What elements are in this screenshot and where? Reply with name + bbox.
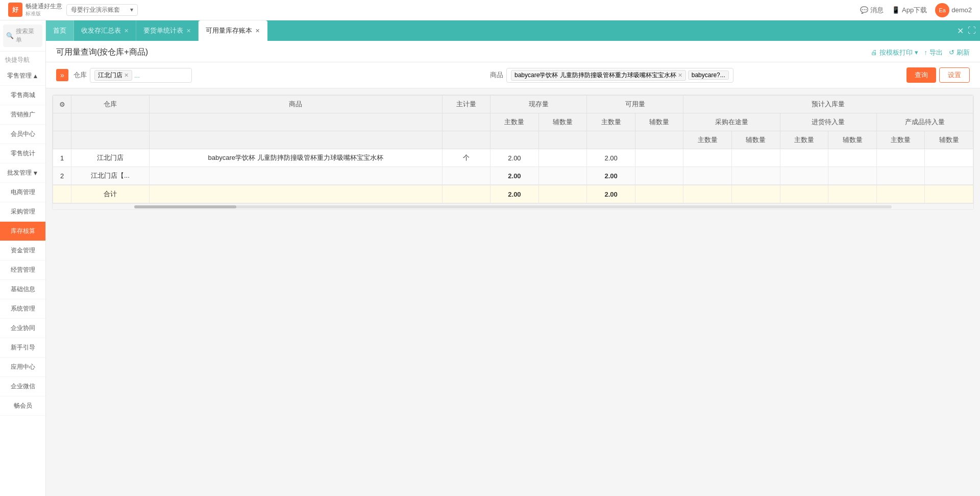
warehouse-filter-input[interactable]: 江北门店 ✕ ... [90,68,192,83]
footer-label: 合计 [71,185,150,203]
search-menu-btn[interactable]: 🔍 搜索菜单 [3,25,42,47]
close-all-tabs-icon[interactable]: ✕ [957,26,964,36]
print-icon: 🖨 [871,49,877,56]
col-unit-header: 主计量 [442,96,491,113]
footer-unit [442,185,491,203]
col-purchase-transit-aux-header: 辅数量 [732,131,780,149]
close-order-stats-tab-icon[interactable]: ✕ [186,28,191,34]
refresh-label: 刷新 [957,48,970,57]
export-label: 导出 [929,48,943,57]
product-filter-input[interactable]: babycare学饮杯 儿童防摔防撞吸管杯重力球吸嘴杯宝宝水杯 ✕ babyca… [506,68,733,83]
inventory-label: 库存核算 [11,227,35,234]
close-available-inventory-tab-icon[interactable]: ✕ [255,28,260,34]
expand-tabs-icon[interactable]: ⛶ [968,26,976,35]
col-incoming-aux-header: 辅数量 [828,131,877,149]
col-stock-main-header: 主数量 [491,113,539,131]
scrollbar-thumb[interactable] [134,205,236,208]
tab-bar-actions: ✕ ⛶ [957,26,980,36]
close-summary-tab-icon[interactable]: ✕ [124,28,129,34]
logo-sub: 标准版 [26,10,62,17]
content-area: 首页 收发存汇总表 ✕ 要货单统计表 ✕ 可用量库存账本 ✕ ✕ ⛶ [46,20,980,496]
col-warehouse-sub [71,113,150,131]
sidebar-item-retail-mgmt[interactable]: 零售管理 ▲ [0,66,45,86]
col-stock-main-sub [491,131,539,149]
sidebar-item-wholesale-mgmt[interactable]: 批发管理 ▼ [0,163,45,183]
tab-available-inventory[interactable]: 可用量库存账本 ✕ [199,20,267,41]
download-btn[interactable]: 📱 App下载 [892,6,927,15]
row2-product [149,167,442,185]
row2-stock-aux [538,167,587,185]
message-label: 消息 [870,6,884,15]
sidebar-item-system-mgmt[interactable]: 系统管理 [0,299,45,319]
row1-production-main [876,149,925,167]
finance-label: 资金管理 [11,247,35,254]
col-purchase-transit-main-header: 主数量 [683,131,732,149]
footer-empty [53,185,71,203]
warehouse-tag-close-icon[interactable]: ✕ [124,72,129,79]
sidebar-item-enterprise[interactable]: 企业协同 [0,319,45,338]
user-btn[interactable]: Ea demo2 [935,3,972,17]
sidebar-item-purchase-mgmt[interactable]: 采购管理 [0,202,45,222]
summary-tab-label: 收发存汇总表 [81,26,121,35]
row1-available-main: 2.00 [587,149,635,167]
setting-btn[interactable]: 设置 [939,67,970,83]
sidebar-item-basic-info[interactable]: 基础信息 [0,280,45,299]
query-btn[interactable]: 查询 [906,67,936,83]
template-selector[interactable]: 母婴行业演示账套 ▾ [66,4,138,16]
row2-available-aux [635,167,683,185]
filter-bar: » 仓库 江北门店 ✕ ... 商品 [46,62,980,88]
sidebar-item-enterprise-wechat[interactable]: 企业微信 [0,377,45,396]
scrollbar-track [134,205,892,208]
enterprise-label: 企业协同 [11,324,35,332]
sidebar-item-inventory[interactable]: 库存核算 [0,222,45,241]
sidebar-item-new-guide[interactable]: 新手引导 [0,338,45,358]
sidebar-item-ecommerce[interactable]: 电商管理 [0,183,45,202]
row2-unit [442,167,491,185]
warehouse-filter-dots[interactable]: ... [134,72,140,79]
retail-mall-label: 零售商城 [11,91,35,99]
avatar: Ea [935,3,949,17]
tab-home[interactable]: 首页 [46,20,74,41]
col-settings-header[interactable]: ⚙ [53,96,71,113]
sidebar-item-finance[interactable]: 资金管理 [0,241,45,261]
table-row: 2 江北门店【... 2.00 2.00 [53,167,973,185]
marketing-label: 营销推广 [11,111,35,118]
sidebar-item-members[interactable]: 会员中心 [0,125,45,144]
logo-icon: 好 [8,3,22,17]
page-content: 可用量查询(按仓库+商品) 🖨 按模板打印 ▾ ↑ 导出 ↺ 刷新 [46,41,980,496]
table-scroll-area[interactable]: ⚙ 仓库 商品 主计量 现存量 可用量 预计入库量 [53,95,973,203]
col-purchase-transit-header: 采购在途量 [683,113,780,131]
sidebar-item-retail-stats[interactable]: 零售统计 [0,144,45,163]
row1-index: 1 [53,149,71,167]
home-tab-label: 首页 [53,26,66,35]
col-stock-group-header: 现存量 [491,96,587,113]
username-label: demo2 [951,6,972,14]
footer-stock-aux [538,185,587,203]
horizontal-scrollbar[interactable] [53,203,973,209]
footer-total-row: 合计 2.00 2.00 [53,185,973,203]
message-btn[interactable]: 💬 消息 [860,6,884,15]
sidebar-item-vip[interactable]: 畅会员 [0,396,45,416]
refresh-btn[interactable]: ↺ 刷新 [949,48,970,57]
sidebar-item-retail-mall[interactable]: 零售商城 [0,86,45,105]
export-icon: ↑ [924,49,928,56]
basic-info-label: 基础信息 [11,286,35,293]
print-template-btn[interactable]: 🖨 按模板打印 ▾ [871,48,918,57]
tab-order-stats[interactable]: 要货单统计表 ✕ [136,20,199,41]
purchase-mgmt-label: 采购管理 [11,208,35,215]
sidebar-item-operations[interactable]: 经营管理 [0,261,45,280]
row1-incoming-main [780,149,828,167]
footer-available-aux [635,185,683,203]
page-header: 可用量查询(按仓库+商品) 🖨 按模板打印 ▾ ↑ 导出 ↺ 刷新 [46,41,980,62]
sidebar-item-marketing[interactable]: 营销推广 [0,105,45,125]
main-layout: 🔍 搜索菜单 快捷导航 零售管理 ▲ 零售商城 营销推广 会员中心 零售统计 批… [0,20,980,496]
product-tag-1-close-icon[interactable]: ✕ [678,72,682,79]
order-stats-tab-label: 要货单统计表 [143,26,183,35]
tab-summary[interactable]: 收发存汇总表 ✕ [74,20,136,41]
filter-expand-btn[interactable]: » [56,69,68,81]
avatar-text: Ea [939,7,946,13]
sidebar-item-app-center[interactable]: 应用中心 [0,358,45,377]
col-production-main-header: 主数量 [876,131,925,149]
export-btn[interactable]: ↑ 导出 [924,48,943,57]
footer-purchase-transit-aux [732,185,780,203]
